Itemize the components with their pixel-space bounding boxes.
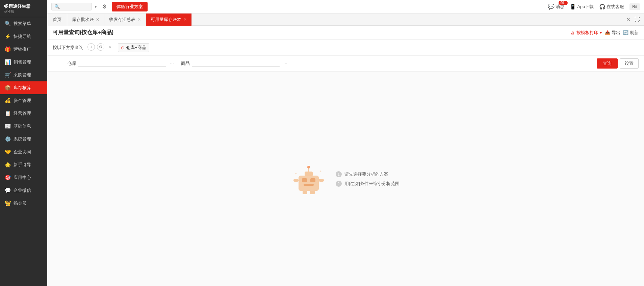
sidebar-item-app[interactable]: 🎯 应用中心 xyxy=(0,171,47,184)
scheme-warehouse-product[interactable]: ⊙ 仓库+商品 xyxy=(118,43,149,52)
sidebar-item-inventory[interactable]: 📦 库存核算 xyxy=(0,81,47,94)
cart-icon: 🛒 xyxy=(5,72,11,78)
box-icon: 📦 xyxy=(5,85,11,91)
trial-btn[interactable]: 体验行业方案 xyxy=(112,2,148,11)
add-scheme-button[interactable]: + xyxy=(87,43,95,51)
page-header: 可用量查询(按仓库+商品) 🖨 按模板打印 ▾ 📤 导出 🔄 刷新 xyxy=(47,26,644,40)
sidebar-logo: 畅康通好生意 标准版 xyxy=(0,0,47,17)
template-dropdown-icon[interactable]: ▾ xyxy=(600,30,602,35)
sidebar-item-label: 新手引导 xyxy=(14,162,31,168)
tab-summary-label: 收发存汇总表 xyxy=(109,17,135,23)
sidebar-item-operation[interactable]: 📋 经营管理 xyxy=(0,107,47,120)
sidebar-item-label: 经营管理 xyxy=(14,110,31,116)
settings-button[interactable]: 设置 xyxy=(620,58,639,69)
sidebar-item-label: 基础信息 xyxy=(14,123,31,129)
svg-rect-1 xyxy=(302,178,307,182)
template-print-label: 按模板打印 xyxy=(576,30,598,36)
sidebar-item-member[interactable]: 👑 畅会员 xyxy=(0,197,47,210)
filter-buttons: 查询 设置 xyxy=(597,58,639,69)
sidebar-item-label: 搜索菜单 xyxy=(14,21,31,27)
printer-icon: 🖨 xyxy=(571,30,575,35)
refresh-button[interactable]: 🔄 刷新 xyxy=(623,30,639,36)
tab-expand-icon[interactable]: ⛶ xyxy=(633,16,641,23)
page-title: 可用量查询(按仓库+商品) xyxy=(53,29,113,36)
sidebar-item-finance[interactable]: 💰 资金管理 xyxy=(0,94,47,107)
service-label: 在线客服 xyxy=(607,4,624,10)
sidebar-item-purchase[interactable]: 🛒 采购管理 xyxy=(0,69,47,81)
product-input[interactable] xyxy=(192,60,280,67)
message-button[interactable]: 💬 消息 99+ xyxy=(548,3,564,10)
empty-step-2: 2 用[过滤]条件来缩小分析范围 xyxy=(336,181,400,187)
export-button[interactable]: 📤 导出 xyxy=(605,30,620,36)
svg-rect-5 xyxy=(319,179,324,182)
tab-summary-close-icon[interactable]: ✕ xyxy=(137,18,141,22)
sidebar-item-label: 企业协同 xyxy=(14,149,31,155)
headphone-icon: 🎧 xyxy=(599,4,606,10)
warehouse-more-icon[interactable]: ··· xyxy=(168,60,176,67)
sidebar-item-base[interactable]: 📰 基础信息 xyxy=(0,120,47,133)
message-badge: 99+ xyxy=(559,1,568,5)
svg-rect-2 xyxy=(310,178,315,182)
info-icon: 📰 xyxy=(5,123,11,129)
sidebar-nav: 🔍 搜索菜单 ⚡ 快捷导航 🎁 营销推广 📊 销售管理 🛒 采购管理 📦 库存核… xyxy=(0,17,47,286)
sidebar-item-marketing[interactable]: 🎁 营销推广 xyxy=(0,43,47,56)
step-2-text: 用[过滤]条件来缩小分析范围 xyxy=(344,181,400,187)
sidebar-item-label: 营销推广 xyxy=(14,46,31,52)
online-service-button[interactable]: 🎧 在线客服 xyxy=(599,4,624,10)
empty-step-1: 1 请先选择要分析的方案 xyxy=(336,171,400,177)
topbar-search-box[interactable]: 🔍 xyxy=(51,3,92,10)
message-icon: 💬 xyxy=(548,3,555,10)
tab-close-window-icon[interactable]: ✕ xyxy=(625,16,632,23)
settings-gear-icon[interactable]: ⚙ xyxy=(100,2,109,11)
svg-rect-6 xyxy=(305,172,313,176)
tab-available-label: 可用量库存账本 xyxy=(151,17,181,23)
query-button[interactable]: 查询 xyxy=(597,58,618,69)
svg-text:✦: ✦ xyxy=(319,170,322,173)
dropdown-arrow-icon[interactable]: ▾ xyxy=(95,4,97,9)
tab-batch-close-icon[interactable]: ✕ xyxy=(96,18,99,22)
tab-home[interactable]: 首页 xyxy=(47,14,67,26)
scheme-settings-button[interactable]: ⚙ xyxy=(97,43,104,51)
empty-state: ✦ ✦ 1 请先选择要分析的方案 2 用[过滤]条件来缩小分析范围 xyxy=(47,72,644,286)
sidebar-item-label: 应用中心 xyxy=(14,175,31,181)
gear-icon: ⚙️ xyxy=(5,136,11,142)
warehouse-input[interactable] xyxy=(78,60,166,67)
svg-rect-9 xyxy=(303,191,307,194)
tab-available-close-icon[interactable]: ✕ xyxy=(183,18,187,22)
chart-icon: 📊 xyxy=(5,59,11,65)
sidebar-item-system[interactable]: ⚙️ 系统管理 xyxy=(0,133,47,146)
product-label: 商品 xyxy=(181,60,190,67)
sidebar-item-label: 畅会员 xyxy=(14,200,27,206)
sidebar-item-enterprise[interactable]: 🤝 企业协同 xyxy=(0,146,47,158)
tab-available[interactable]: 可用量库存账本 ✕ xyxy=(146,14,192,26)
sidebar-item-sales[interactable]: 📊 销售管理 xyxy=(0,56,47,69)
clipboard-icon: 📋 xyxy=(5,110,11,116)
template-print-button[interactable]: 🖨 按模板打印 ▾ xyxy=(571,30,602,36)
sidebar-item-label: 资金管理 xyxy=(14,98,31,104)
empty-illustration: ✦ ✦ xyxy=(292,162,326,196)
product-more-icon[interactable]: ··· xyxy=(282,60,289,67)
tab-home-label: 首页 xyxy=(53,17,61,23)
mobile-icon: 📱 xyxy=(570,4,576,10)
scheme-item-label: 仓库+商品 xyxy=(126,45,146,51)
sidebar-item-label: 企业微信 xyxy=(14,187,31,193)
user-avatar[interactable]: Rit xyxy=(629,3,640,10)
sidebar-item-quick[interactable]: ⚡ 快捷导航 xyxy=(0,30,47,43)
topbar: 🔍 ▾ ⚙ 体验行业方案 💬 消息 99+ 📱 App下载 🎧 在线客服 Rit xyxy=(47,0,644,14)
scheme-collapse-button[interactable]: « xyxy=(106,43,114,51)
filter-product-field: 商品 ··· xyxy=(181,60,289,67)
app-download-button[interactable]: 📱 App下载 xyxy=(570,4,594,10)
star-icon: 🌟 xyxy=(5,162,11,168)
svg-rect-7 xyxy=(308,168,309,172)
sidebar-item-search[interactable]: 🔍 搜索菜单 xyxy=(0,17,47,30)
sidebar-item-label: 库存核算 xyxy=(14,85,31,91)
tab-summary[interactable]: 收发存汇总表 ✕ xyxy=(104,14,146,26)
tab-batch[interactable]: 库存批次账 ✕ xyxy=(67,14,104,26)
topbar-search-input[interactable] xyxy=(61,4,88,9)
money-icon: 💰 xyxy=(5,98,11,104)
sidebar-item-wechat[interactable]: 💬 企业微信 xyxy=(0,184,47,197)
filter-row: 仓库 ··· 商品 ··· 查询 设置 xyxy=(47,56,644,72)
sidebar-item-guide[interactable]: 🌟 新手引导 xyxy=(0,158,47,171)
app-label: App下载 xyxy=(577,4,594,10)
step-1-number: 1 xyxy=(336,171,342,177)
